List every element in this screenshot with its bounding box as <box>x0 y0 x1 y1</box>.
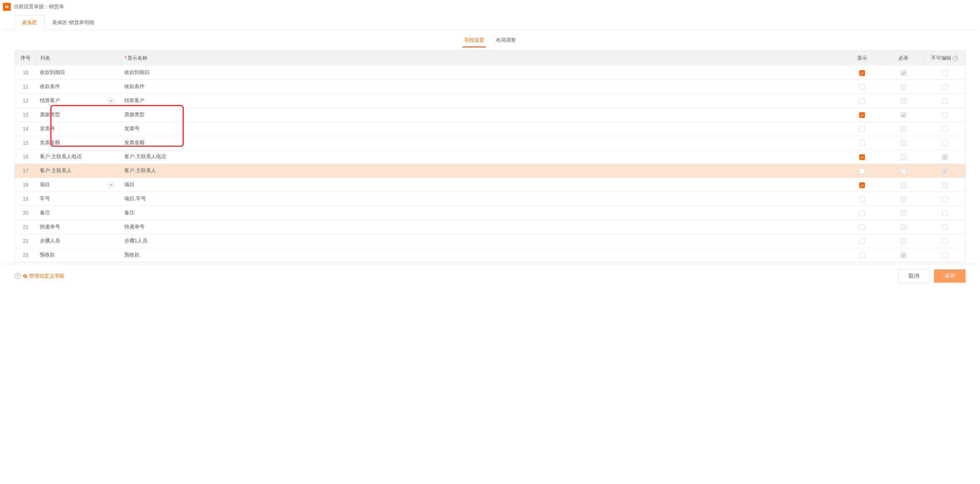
cell-display-name[interactable]: 结算客户 <box>121 94 841 108</box>
show-checkbox[interactable] <box>859 210 865 216</box>
table-row: 18项目+项目 <box>15 178 965 192</box>
readonly-checkbox[interactable] <box>942 84 948 90</box>
manage-custom-fields-link[interactable]: 管理自定义字段 <box>23 273 64 279</box>
show-checkbox[interactable] <box>859 239 865 244</box>
cell-readonly <box>924 66 965 80</box>
help-icon[interactable]: ? <box>14 273 21 279</box>
readonly-checkbox[interactable] <box>942 196 948 202</box>
cell-display-name[interactable]: 项目.车号 <box>121 192 841 206</box>
cell-readonly <box>924 80 965 94</box>
cell-display-name[interactable]: 收款到期日 <box>121 66 841 80</box>
col-header-readonly: 不可编辑? <box>924 51 965 66</box>
cell-display-name[interactable]: 客户.主联系人电话 <box>121 150 841 164</box>
cell-seq: 11 <box>15 80 36 94</box>
cell-seq: 14 <box>15 122 36 136</box>
show-checkbox[interactable] <box>859 224 865 230</box>
cell-show <box>841 234 883 248</box>
cell-required <box>883 178 924 192</box>
required-checkbox <box>900 252 906 258</box>
cell-seq: 20 <box>15 206 36 220</box>
field-name-label: 快递单号 <box>40 224 60 230</box>
cell-display-name[interactable]: 步骤1人员 <box>121 234 841 248</box>
main-tab-0[interactable]: 表头区 <box>14 16 45 30</box>
table-row: 21快递单号快递单号 <box>15 220 965 234</box>
cell-seq: 10 <box>15 66 36 80</box>
cell-display-name[interactable]: 票据类型 <box>121 108 841 122</box>
cell-required <box>883 122 924 136</box>
readonly-checkbox[interactable] <box>942 140 948 146</box>
show-checkbox[interactable] <box>859 126 865 132</box>
readonly-checkbox[interactable] <box>942 210 948 216</box>
required-checkbox <box>900 196 906 202</box>
cell-readonly <box>924 122 965 136</box>
required-checkbox <box>900 112 906 118</box>
cell-name: 客户.主联系人 <box>36 164 121 178</box>
cancel-button[interactable]: 取消 <box>898 269 930 283</box>
show-checkbox[interactable] <box>859 154 865 160</box>
field-name-label: 客户.主联系人 <box>40 167 72 174</box>
cell-readonly <box>924 178 965 192</box>
cell-show <box>841 150 883 164</box>
check-icon <box>860 113 864 117</box>
expand-field-button[interactable]: + <box>108 97 115 104</box>
cell-required <box>883 164 924 178</box>
cell-display-name[interactable]: 客户.主联系人 <box>121 164 841 178</box>
readonly-checkbox[interactable] <box>942 98 948 104</box>
save-button[interactable]: 保存 <box>934 269 966 283</box>
show-checkbox[interactable] <box>859 70 865 76</box>
table-row: 16客户.主联系人电话客户.主联系人电话 <box>15 150 965 164</box>
show-checkbox[interactable] <box>859 182 865 188</box>
readonly-checkbox <box>942 154 948 160</box>
sub-tab-0[interactable]: 字段设置 <box>463 34 486 48</box>
cell-readonly <box>924 150 965 164</box>
readonly-checkbox[interactable] <box>942 126 948 132</box>
readonly-checkbox[interactable] <box>942 224 948 230</box>
cell-display-name[interactable]: 发票号 <box>121 122 841 136</box>
field-name-label: 客户.主联系人电话 <box>40 154 82 160</box>
check-icon <box>901 253 905 258</box>
readonly-checkbox[interactable] <box>942 239 948 244</box>
cell-readonly <box>924 206 965 220</box>
cell-display-name[interactable]: 项目 <box>121 178 841 192</box>
sub-tab-1[interactable]: 布局调整 <box>494 34 517 48</box>
cell-seq: 12 <box>15 94 36 108</box>
required-checkbox <box>900 239 906 244</box>
required-checkbox <box>900 182 906 188</box>
expand-panel-button[interactable] <box>3 3 11 11</box>
cell-display-name[interactable]: 快递单号 <box>121 220 841 234</box>
cell-readonly <box>924 108 965 122</box>
show-checkbox[interactable] <box>859 84 865 90</box>
show-checkbox[interactable] <box>859 196 865 202</box>
table-row: 14发票号发票号 <box>15 122 965 136</box>
readonly-checkbox[interactable] <box>942 70 948 76</box>
readonly-checkbox[interactable] <box>942 112 948 118</box>
check-icon <box>860 155 864 159</box>
cell-display-name[interactable]: 收款条件 <box>121 80 841 94</box>
readonly-checkbox <box>942 168 948 174</box>
top-bar: 当前设置单据：销货单 <box>3 3 977 11</box>
main-tab-1[interactable]: 表体区-销货单明细 <box>45 16 102 30</box>
field-name-label: 备注 <box>40 210 50 216</box>
readonly-checkbox[interactable] <box>942 252 948 258</box>
cell-display-name[interactable]: 预收款 <box>121 248 841 262</box>
cell-required <box>883 220 924 234</box>
col-header-required: 必录 <box>883 51 924 66</box>
show-checkbox[interactable] <box>859 168 865 174</box>
cell-seq: 16 <box>15 150 36 164</box>
cell-name: 项目+ <box>36 178 121 192</box>
required-checkbox <box>900 224 906 230</box>
help-icon[interactable]: ? <box>953 56 958 61</box>
show-checkbox[interactable] <box>859 98 865 104</box>
sub-tabs: 字段设置布局调整 <box>3 34 977 48</box>
expand-field-button[interactable]: + <box>108 182 115 188</box>
show-checkbox[interactable] <box>859 112 865 118</box>
show-checkbox[interactable] <box>859 252 865 258</box>
cell-name: 发票金额 <box>36 136 121 150</box>
cell-show <box>841 206 883 220</box>
cell-required <box>883 108 924 122</box>
field-name-label: 结算客户 <box>40 97 60 104</box>
show-checkbox[interactable] <box>859 140 865 146</box>
cell-required <box>883 150 924 164</box>
cell-display-name[interactable]: 发票金额 <box>121 136 841 150</box>
cell-display-name[interactable]: 备注 <box>121 206 841 220</box>
